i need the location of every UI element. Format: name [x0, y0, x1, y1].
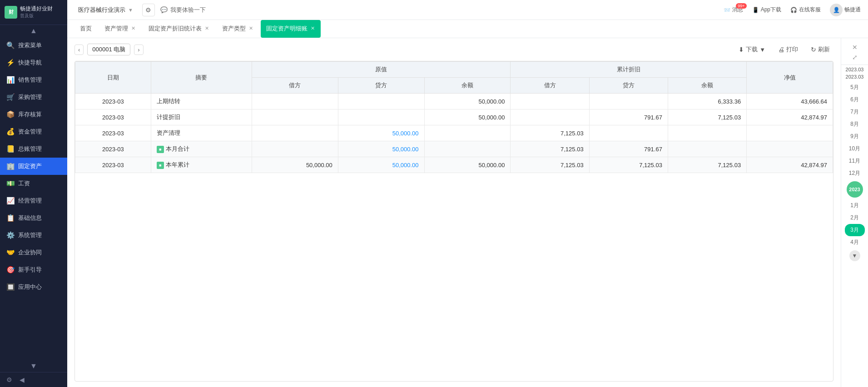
sidebar-item-search[interactable]: 🔍 搜索菜单 — [0, 37, 67, 54]
tab-asset-type-label: 资产类型 — [222, 25, 246, 33]
topbar-messages[interactable]: 📨 消息 99+ — [724, 6, 743, 14]
inventory-icon: 📦 — [6, 110, 15, 119]
topbar-service[interactable]: 🎧 在线客服 — [790, 6, 821, 14]
th-summary: 摘要 — [151, 62, 252, 94]
sidebar-item-collab[interactable]: 🤝 企业协同 — [0, 244, 67, 261]
th-accum-balance: 余额 — [668, 78, 746, 94]
sidebar-item-label: 系统管理 — [18, 231, 42, 239]
tab-asset-detail[interactable]: 固定资产明细账 ✕ — [261, 20, 321, 38]
asset-prev-btn[interactable]: ‹ — [74, 45, 84, 55]
timeline-month[interactable]: 5月 — [845, 81, 865, 94]
download-label: 下载 — [746, 45, 758, 54]
download-icon: ⬇ — [739, 46, 744, 53]
timeline-month[interactable]: 12月 — [845, 167, 865, 179]
asset-next-btn[interactable]: › — [134, 45, 143, 55]
sidebar-scroll-down[interactable]: ▼ — [0, 360, 67, 372]
tab-depreciation-stat[interactable]: 固定资产折旧统计表 ✕ — [143, 20, 215, 38]
scroll-down-btn[interactable]: ▼ — [30, 362, 37, 370]
th-accumulated-depreciation: 累计折旧 — [511, 62, 747, 78]
cell-accum-debit: 7,125.03 — [511, 141, 589, 157]
sysmanage-icon: ⚙️ — [6, 231, 15, 239]
timeline-top-year2: 2023.03 — [846, 74, 864, 81]
sidebar-item-label: 库存核算 — [18, 110, 42, 119]
tab-asset-mgmt[interactable]: 资产管理 ✕ — [99, 20, 141, 38]
timeline-month[interactable]: 8月 — [845, 118, 865, 130]
cell-accum-credit: 791.67 — [589, 109, 668, 125]
timeline-month[interactable]: 9月 — [845, 130, 865, 143]
sidebar-item-label: 搜索菜单 — [18, 41, 42, 50]
sidebar-item-label: 总账管理 — [18, 145, 42, 153]
toolbar-row: ‹ 000001 电脑 › ⬇ 下载 ▼ 🖨 打印 ↻ — [74, 44, 833, 55]
cell-date: 2023-03 — [75, 157, 151, 173]
timeline-nav-down-btn[interactable]: ▼ — [849, 250, 860, 261]
timeline-panel: ✕ ⤢ 2023.03 2023.03 5月6月7月8月9月10月11月12月 … — [841, 38, 868, 387]
logo-icon: 财 — [5, 6, 17, 19]
cell-orig-balance: 50,000.00 — [424, 109, 511, 125]
sidebar-item-label: 资金管理 — [18, 128, 42, 136]
sidebar-item-ledger[interactable]: 📒 总账管理 — [0, 140, 67, 158]
sidebar-item-finance[interactable]: 💰 资金管理 — [0, 123, 67, 140]
timeline-close-btn[interactable]: ✕ — [851, 43, 858, 52]
sidebar-settings-icon[interactable]: ⚙ — [6, 376, 12, 383]
tab-asset-type-close[interactable]: ✕ — [248, 25, 253, 32]
sidebar-item-fixed-assets[interactable]: 🏢 固定资产 — [0, 158, 67, 175]
cell-accum-debit: 7,125.03 — [511, 157, 589, 173]
sidebar-item-sysmanage[interactable]: ⚙️ 系统管理 — [0, 227, 67, 244]
topbar-user[interactable]: 👤 畅捷通 — [830, 4, 861, 16]
sidebar-item-operations[interactable]: 📈 经营管理 — [0, 192, 67, 209]
cell-orig-debit: 50,000.00 — [252, 157, 338, 173]
sidebar-item-inventory[interactable]: 📦 库存核算 — [0, 106, 67, 123]
timeline-month[interactable]: 11月 — [845, 155, 865, 167]
cell-accum-credit: 7,125.03 — [589, 157, 668, 173]
scroll-up-btn[interactable]: ▲ — [30, 27, 37, 35]
logo-subtitle: 普及版 — [20, 13, 53, 19]
tab-depreciation-stat-close[interactable]: ✕ — [204, 25, 209, 32]
cell-date: 2023-03 — [75, 141, 151, 157]
print-label: 打印 — [786, 45, 798, 54]
topbar: 医疗器械行业演示 ▼ ⚙ 💬 我要体验一下 📨 消息 99+ 📱 App下载 🎧… — [67, 0, 868, 20]
sidebar-item-appcenter[interactable]: 🔲 应用中心 — [0, 278, 67, 296]
asset-nav: ‹ 000001 电脑 › — [74, 44, 144, 55]
quicknav-icon: ⚡ — [6, 59, 15, 67]
cell-accum-balance — [668, 125, 746, 141]
guide-icon: 🎯 — [6, 266, 15, 274]
timeline-month[interactable]: 2月 — [845, 212, 865, 224]
sidebar-item-label: 新手引导 — [18, 266, 42, 274]
tab-home[interactable]: 首页 — [74, 20, 97, 38]
sidebar-item-basicinfo[interactable]: 📋 基础信息 — [0, 209, 67, 227]
download-btn[interactable]: ⬇ 下载 ▼ — [735, 44, 769, 55]
topbar-company[interactable]: 医疗器械行业演示 ▼ — [74, 4, 137, 16]
timeline-month[interactable]: 7月 — [845, 106, 865, 118]
refresh-btn[interactable]: ↻ 刷新 — [807, 44, 833, 55]
tab-asset-mgmt-close[interactable]: ✕ — [131, 25, 136, 32]
tab-asset-type[interactable]: 资产类型 ✕ — [217, 20, 259, 38]
sidebar-item-label: 基础信息 — [18, 214, 42, 222]
tab-asset-detail-close[interactable]: ✕ — [310, 25, 315, 32]
sidebar-item-purchase[interactable]: 🛒 采购管理 — [0, 89, 67, 106]
timeline-expand-btn[interactable]: ⤢ — [851, 53, 858, 62]
operations-icon: 📈 — [6, 197, 15, 205]
cell-orig-credit: 50,000.00 — [338, 141, 424, 157]
sidebar-item-label: 采购管理 — [18, 93, 42, 101]
topbar-app-download[interactable]: 📱 App下载 — [752, 6, 781, 14]
payroll-icon: 💵 — [6, 179, 15, 188]
timeline-year-badge: 2023 — [847, 181, 863, 198]
refresh-label: 刷新 — [818, 45, 830, 54]
sidebar-item-sales[interactable]: 📊 销售管理 — [0, 71, 67, 89]
timeline-month[interactable]: 3月 — [845, 224, 865, 236]
sidebar-collapse-icon[interactable]: ◀ — [20, 376, 25, 383]
cell-summary: ■本年累计 — [151, 157, 252, 173]
topbar-experience[interactable]: 💬 我要体验一下 — [160, 6, 206, 14]
timeline-month[interactable]: 4月 — [845, 236, 865, 248]
company-name: 医疗器械行业演示 — [78, 6, 125, 14]
timeline-month[interactable]: 6月 — [845, 94, 865, 106]
sidebar-item-quicknav[interactable]: ⚡ 快捷导航 — [0, 54, 67, 71]
timeline-month[interactable]: 10月 — [845, 143, 865, 155]
sidebar-item-guide[interactable]: 🎯 新手引导 — [0, 261, 67, 278]
topbar-settings-btn[interactable]: ⚙ — [142, 4, 155, 16]
timeline-month[interactable]: 1月 — [845, 199, 865, 212]
print-btn[interactable]: 🖨 打印 — [774, 44, 802, 55]
sidebar-item-payroll[interactable]: 💵 工资 — [0, 175, 67, 192]
sidebar-scroll-up[interactable]: ▲ — [0, 25, 67, 37]
download-chevron-icon: ▼ — [759, 46, 765, 53]
